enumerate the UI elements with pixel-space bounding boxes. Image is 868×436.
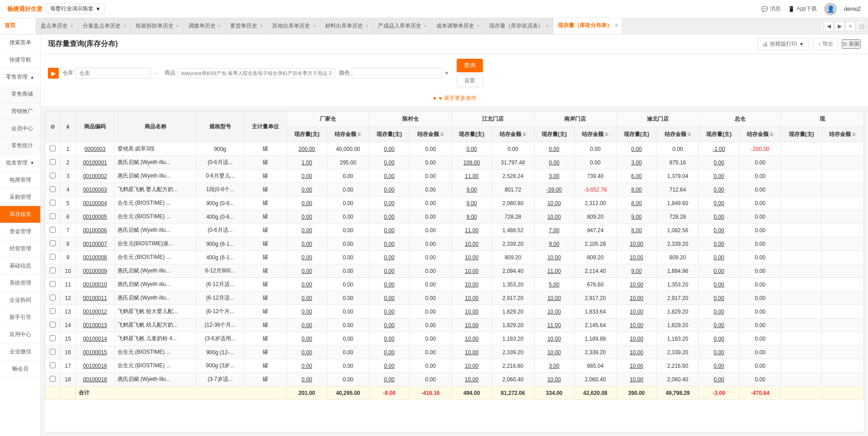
goods-input[interactable] <box>177 68 335 78</box>
col-unit-header: 主计量单位 <box>244 112 287 142</box>
color-input[interactable] <box>352 68 442 79</box>
avatar[interactable]: 👤 <box>824 3 837 15</box>
sidebar-item-finance[interactable]: 资金管理 <box>0 223 40 240</box>
tab-product-in[interactable]: 产成品入库单历史 × <box>373 18 432 34</box>
row-check[interactable] <box>45 169 61 183</box>
tab-disassemble-close[interactable]: × <box>176 23 179 28</box>
app-download-button[interactable]: 📱 App下载 <box>788 5 817 13</box>
color-dropdown-icon[interactable]: ▼ <box>444 70 449 76</box>
row-c3-amt: 2,216.80 <box>492 359 534 373</box>
row-check[interactable] <box>45 332 61 346</box>
sidebar-item-quick-nav[interactable]: 快捷导航 <box>0 52 40 69</box>
tab-home[interactable]: 首页 <box>0 18 36 34</box>
row-check[interactable] <box>45 142 61 156</box>
tab-material-out-close[interactable]: × <box>366 23 368 28</box>
sidebar-item-guide[interactable]: 新手引导 <box>0 309 40 326</box>
refresh-button[interactable]: ↻ 刷新 <box>842 39 861 49</box>
row-check[interactable] <box>45 251 61 264</box>
tab-stock-single-close[interactable]: × <box>71 23 73 28</box>
table-container[interactable]: ⚙ # 商品编码 商品名称 规格型号 主计量单位 厂家仓 陈村仓 江北门店 南岸… <box>44 111 864 432</box>
warehouse-dots[interactable]: ··· <box>155 70 159 76</box>
row-no: 6 <box>60 210 75 224</box>
row-curr-qty <box>781 319 821 332</box>
row-check[interactable] <box>45 291 61 305</box>
tab-stock-single[interactable]: 盘点单历史 × <box>36 18 78 34</box>
sidebar-item-retail-stats[interactable]: 零售统计 <box>0 137 40 155</box>
row-check[interactable] <box>45 373 61 386</box>
row-check[interactable] <box>45 346 61 359</box>
row-check[interactable] <box>45 278 61 291</box>
tab-cost-adjust[interactable]: 成本调整单历史 × <box>432 18 485 34</box>
tab-stock-status-close[interactable]: × <box>546 23 549 28</box>
sidebar-item-business[interactable]: 经营管理 <box>0 240 40 258</box>
tab-cost-adjust-close[interactable]: × <box>477 23 480 28</box>
tab-stock-dist[interactable]: 现存量（库存分布表） × <box>553 18 623 34</box>
print-button[interactable]: 🖨 按模版打印 ▼ <box>758 38 809 50</box>
user-name[interactable]: demo2 <box>844 6 861 12</box>
sidebar-item-stock[interactable]: 库存核算 <box>0 206 40 223</box>
row-c4-qty: 9.00 <box>534 237 574 251</box>
row-check[interactable] <box>45 183 61 197</box>
messages-button[interactable]: 💬 消息 <box>761 5 781 13</box>
sidebar-item-purchase[interactable]: 采购管理 <box>0 189 40 206</box>
tab-disassemble[interactable]: 组装拆卸单历史 × <box>131 18 184 34</box>
sidebar-item-app-center[interactable]: 应用中心 <box>0 326 40 343</box>
row-check[interactable] <box>45 210 61 224</box>
row-code: 00100016 <box>75 359 114 373</box>
row-check[interactable] <box>45 319 61 332</box>
tab-split-stock[interactable]: 分量盘点单历史 × <box>78 18 131 34</box>
col-gear[interactable]: ⚙ <box>45 112 61 142</box>
row-spec: 400g (6-1... <box>196 251 244 264</box>
sidebar-item-wholesale[interactable]: 批发管理 ▼ <box>0 155 40 172</box>
row-name: 飞鹤星飞帆 较大婴儿配... <box>114 305 196 319</box>
sidebar-item-system[interactable]: 系统管理 <box>0 275 40 292</box>
tab-stock-status[interactable]: 现存量（库存状况表） × <box>485 18 554 34</box>
tab-order-close[interactable]: × <box>260 23 263 28</box>
sidebar-item-retail-mgmt[interactable]: 零售管理 ▲ <box>0 69 40 86</box>
row-c3-qty: 9.00 <box>452 210 492 224</box>
tab-other-out[interactable]: 其他出库单历史 × <box>268 18 321 34</box>
tab-other-out-close[interactable]: × <box>313 23 316 28</box>
tab-menu-button[interactable]: ⬜ <box>856 21 866 31</box>
sidebar-item-ecommerce[interactable]: 电商管理 <box>0 172 40 189</box>
expand-more-button[interactable]: ▼▼ 展开更多条件 <box>432 94 476 102</box>
filter-toggle-button[interactable]: ▶ <box>48 68 59 79</box>
row-name: 合生元 (BIOSTIME) ... <box>114 359 196 373</box>
tab-product-in-close[interactable]: × <box>424 23 427 28</box>
sidebar-item-member[interactable]: 会员中心 <box>0 120 40 137</box>
row-check[interactable] <box>45 264 61 278</box>
tab-split-stock-close[interactable]: × <box>123 23 126 28</box>
tab-transfer[interactable]: 调拨单历史 × <box>184 18 226 34</box>
tab-prev-button[interactable]: ◀ <box>824 21 834 31</box>
warehouse-input[interactable] <box>75 68 151 79</box>
app-download-label: App下载 <box>797 5 817 13</box>
tab-stock-dist-close[interactable]: × <box>615 23 618 28</box>
sidebar-item-basic-info[interactable]: 基础信息 <box>0 258 40 275</box>
tab-order[interactable]: 要货单历史 × <box>226 18 268 34</box>
row-total-qty: 0.00 <box>699 291 739 305</box>
sidebar-item-search[interactable]: 搜索英单 <box>0 34 40 52</box>
brand-selector[interactable]: 母婴行业演示陈套 ▼ <box>46 4 105 14</box>
export-button[interactable]: ↑ 导出 <box>813 38 838 50</box>
row-check[interactable] <box>45 305 61 319</box>
row-check[interactable] <box>45 197 61 210</box>
row-check[interactable] <box>45 156 61 169</box>
tab-material-out[interactable]: 材料出库单历史 × <box>321 18 373 34</box>
row-check[interactable] <box>45 237 61 251</box>
tab-next-button[interactable]: ▶ <box>835 21 844 31</box>
footer-curr-qty <box>781 386 821 400</box>
sidebar-item-wechat[interactable]: 企业微信 <box>0 343 40 361</box>
table-row: 1 0000003 爱他美 卤萃3段 900g 罐 200.00 40,000.… <box>45 142 864 156</box>
sidebar-item-retail-mall[interactable]: 零售商城 <box>0 86 40 103</box>
row-code: 00100013 <box>75 319 114 332</box>
tab-close-all-button[interactable]: × <box>845 21 855 31</box>
tab-transfer-close[interactable]: × <box>218 23 221 28</box>
sidebar-item-marketing[interactable]: 营销推广 <box>0 103 40 120</box>
sidebar-item-enterprise[interactable]: 企业协同 <box>0 292 40 309</box>
chevron-down-icon: ▼ <box>95 6 101 12</box>
row-check[interactable] <box>45 359 61 373</box>
sidebar-item-member2[interactable]: 畅会员 <box>0 361 40 378</box>
query-button[interactable]: 查询 <box>457 59 483 72</box>
settings-button[interactable]: 设置 <box>457 74 483 87</box>
row-check[interactable] <box>45 224 61 237</box>
